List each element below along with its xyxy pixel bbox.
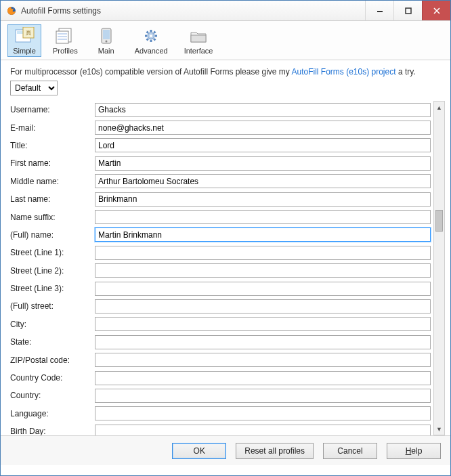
field-input[interactable] [95,335,431,349]
svg-rect-2 [406,8,411,14]
field-input[interactable] [95,371,431,385]
vertical-scrollbar[interactable]: ▲ ▼ [433,101,445,435]
field-input[interactable] [95,192,431,207]
maximize-button[interactable] [393,1,422,20]
form-row: Language: [10,405,431,423]
field-input[interactable] [95,389,431,403]
field-label: Name suffix: [10,213,95,222]
svg-line-22 [154,39,155,40]
svg-rect-10 [58,36,67,37]
form-row: Street (Line 1): [10,244,431,261]
help-button[interactable]: Help [387,443,441,459]
svg-line-21 [147,32,148,33]
toolbar-label: Interface [184,47,213,55]
form-row: Last name: [10,190,431,208]
toolbar-label: Simple [13,47,36,55]
toolbar-tab-interface[interactable]: Interface [179,24,218,57]
field-input[interactable] [95,317,431,331]
form-row: ZIP/Postal code: [10,351,431,368]
field-label: State: [10,337,95,347]
cancel-button[interactable]: Cancel [323,443,377,459]
form-row: Country Code: [10,369,431,387]
form-row: Street (Line 3): [10,280,431,297]
field-label: Country: [10,391,95,400]
field-input[interactable] [95,406,431,420]
svg-rect-11 [58,39,67,40]
profiles-icon [54,26,76,45]
form-row: (Full) street: [10,297,431,315]
ok-button[interactable]: OK [172,443,226,459]
info-banner: For multiprocessor (e10s) compatible ver… [1,60,450,81]
toolbar-tab-profiles[interactable]: Profiles [48,24,83,57]
field-input[interactable] [95,282,431,296]
form-row: Title: [10,137,431,154]
svg-rect-1 [377,11,383,12]
scroll-up-arrow[interactable]: ▲ [434,102,444,113]
field-label: Street (Line 3): [10,284,95,293]
field-label: Birth Day: [10,427,95,435]
scrollbar-thumb[interactable] [435,210,443,232]
svg-text:頁: 頁 [26,30,31,36]
banner-text-post: a try. [398,67,416,77]
firefox-icon [6,5,17,16]
toolbar-label: Advanced [135,47,168,55]
field-input[interactable] [95,246,431,260]
banner-link[interactable]: AutoFill Forms (e10s) project [292,67,396,77]
minimize-button[interactable] [365,1,393,20]
form-row: City: [10,316,431,333]
field-input[interactable] [95,263,431,278]
reset-all-profiles-button[interactable]: Reset all profiles [236,443,314,459]
field-input[interactable] [95,353,431,367]
form-row: Street (Line 2): [10,262,431,280]
toolbar-label: Profiles [53,47,78,55]
gear-icon [140,26,162,45]
field-label: E-mail: [10,123,95,133]
field-label: Street (Line 1): [10,248,95,257]
dialog-footer: OK Reset all profiles Cancel Help [1,435,450,465]
field-input[interactable] [95,210,431,224]
form-row: State: [10,333,431,351]
svg-line-23 [147,39,148,40]
profile-select[interactable]: Default [10,81,58,95]
main-icon [95,26,117,45]
field-input[interactable] [95,425,431,435]
field-input[interactable] [95,174,431,188]
folder-icon [188,26,209,45]
svg-rect-9 [58,33,67,35]
field-label: City: [10,320,95,329]
field-input[interactable] [95,156,431,171]
toolbar-tab-main[interactable]: Main [89,24,123,57]
field-label: Country Code: [10,373,95,383]
toolbar-tab-advanced[interactable]: Advanced [130,24,173,57]
svg-rect-13 [103,30,110,39]
form-row: Username: [10,101,431,118]
window-title: Autofill Forms settings [21,6,365,16]
field-label: Middle name: [10,177,95,186]
field-label: Username: [10,105,95,114]
simple-icon: 頁 [14,26,35,45]
svg-point-14 [105,41,107,43]
banner-text-pre: For multiprocessor (e10s) compatible ver… [10,67,292,77]
form-area: Username:E-mail:Title:First name:Middle … [10,101,433,435]
field-input[interactable] [95,299,431,313]
field-label: (Full) street: [10,301,95,311]
field-label: Street (Line 2): [10,266,95,276]
field-label: Last name: [10,194,95,204]
close-button[interactable] [422,1,450,20]
toolbar-tab-simple[interactable]: 頁 Simple [7,24,41,57]
form-row: (Full) name: [10,226,431,244]
svg-point-16 [150,35,152,37]
scroll-down-arrow[interactable]: ▼ [434,423,444,435]
field-label: (Full) name: [10,230,95,240]
field-input[interactable] [95,228,431,242]
form-row: E-mail: [10,118,431,136]
svg-rect-25 [191,35,206,42]
form-row: First name: [10,154,431,172]
field-input[interactable] [95,121,431,135]
form-row: Name suffix: [10,208,431,225]
form-row: Birth Day: [10,423,431,435]
field-label: Language: [10,409,95,418]
field-input[interactable] [95,138,431,152]
toolbar: 頁 Simple Profiles Main Advanced Interfac… [1,21,450,60]
field-input[interactable] [95,103,431,117]
